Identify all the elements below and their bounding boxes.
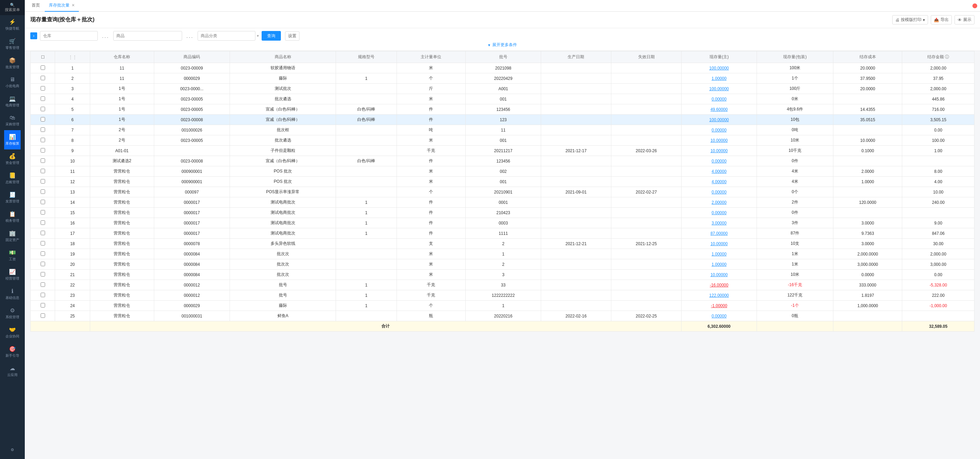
row-checkbox-14[interactable] <box>41 210 45 215</box>
row-qty-pkg-22: 122千克 <box>757 290 833 301</box>
filter-expand[interactable]: ▾ 展开更多条件 <box>488 42 517 48</box>
row-checkbox-4[interactable] <box>41 107 45 111</box>
sidebar-item-10[interactable]: 📋税务管理 <box>4 207 21 226</box>
row-checkbox-6[interactable] <box>41 128 45 132</box>
row-checkbox-7[interactable] <box>41 138 45 142</box>
sidebar-item-12[interactable]: 💵工资 <box>4 246 21 265</box>
row-checkbox-16[interactable] <box>41 231 45 235</box>
filter-chevron-btn[interactable]: › <box>30 32 37 39</box>
row-check-15[interactable] <box>31 218 55 228</box>
category-input[interactable] <box>197 31 255 41</box>
row-checkbox-1[interactable] <box>41 76 45 80</box>
sidebar-label-7: 资金管理 <box>5 161 19 165</box>
sidebar-item-18[interactable]: ☁云应用 <box>4 362 21 381</box>
row-checkbox-13[interactable] <box>41 200 45 204</box>
row-check-21[interactable] <box>31 280 55 290</box>
row-check-14[interactable] <box>31 208 55 218</box>
sidebar-item-settings[interactable]: ⚙ <box>9 444 16 456</box>
row-check-8[interactable] <box>31 146 55 156</box>
row-checkbox-9[interactable] <box>41 158 45 163</box>
search-btn[interactable]: 查询 <box>262 31 281 41</box>
row-exp-24: 2022-02-25 <box>611 311 681 321</box>
row-qty-main-23: -1.00000 <box>682 301 757 311</box>
row-check-9[interactable] <box>31 156 55 166</box>
window-close-btn[interactable] <box>972 3 977 8</box>
settings-filter-btn[interactable]: 设置 <box>285 31 299 41</box>
sidebar-item-6[interactable]: 📊库存核算 <box>4 130 21 150</box>
row-cost-1: 37.9500 <box>834 73 902 84</box>
sidebar-item-7[interactable]: 💰资金管理 <box>4 150 21 169</box>
row-checkbox-20[interactable] <box>41 272 45 276</box>
row-check-22[interactable] <box>31 290 55 301</box>
row-checkbox-12[interactable] <box>41 190 45 194</box>
sidebar-item-8[interactable]: 📒总账管理 <box>4 169 21 188</box>
sidebar-item-9[interactable]: 🧾发票管理 <box>4 188 21 207</box>
row-check-3[interactable] <box>31 94 55 104</box>
row-check-7[interactable] <box>31 135 55 146</box>
print-btn[interactable]: 🖨 按模版打印 ▾ <box>892 15 928 24</box>
sidebar-item-1[interactable]: 🛒零售管理 <box>4 34 21 54</box>
display-btn[interactable]: 👁 展示 <box>955 15 975 24</box>
row-check-19[interactable] <box>31 259 55 269</box>
row-check-20[interactable] <box>31 269 55 280</box>
row-warehouse-13: 营营粒仓 <box>90 197 154 208</box>
col-header-8: 生产日期 <box>541 51 611 63</box>
row-code-18: 0000084 <box>154 249 230 259</box>
sidebar-item-15[interactable]: ⚙系统管理 <box>4 304 21 323</box>
export-btn[interactable]: 📤 导出 <box>931 15 952 24</box>
row-check-12[interactable] <box>31 187 55 197</box>
sidebar-item-14[interactable]: ℹ基础信息 <box>4 284 21 304</box>
row-checkbox-10[interactable] <box>41 169 45 173</box>
warehouse-input[interactable] <box>40 31 98 41</box>
row-check-11[interactable] <box>31 177 55 187</box>
row-checkbox-23[interactable] <box>41 303 45 308</box>
row-checkbox-17[interactable] <box>41 241 45 245</box>
row-check-16[interactable] <box>31 228 55 239</box>
sidebar-item-13[interactable]: 📈经营管理 <box>4 265 21 284</box>
sidebar-item-0[interactable]: ⚡快捷导航 <box>4 15 21 34</box>
row-check-5[interactable] <box>31 115 55 125</box>
row-check-13[interactable] <box>31 197 55 208</box>
goods-input[interactable] <box>113 31 182 41</box>
export-label: 导出 <box>940 17 949 23</box>
sidebar-item-2[interactable]: 📦批发管理 <box>4 54 21 73</box>
row-check-6[interactable] <box>31 125 55 135</box>
row-check-2[interactable] <box>31 84 55 94</box>
row-check-23[interactable] <box>31 301 55 311</box>
row-checkbox-19[interactable] <box>41 262 45 266</box>
sidebar-search[interactable]: 🔍 搜索菜单 <box>0 0 25 15</box>
row-check-4[interactable] <box>31 104 55 115</box>
row-checkbox-8[interactable] <box>41 148 45 153</box>
row-checkbox-3[interactable] <box>41 96 45 101</box>
row-checkbox-21[interactable] <box>41 282 45 287</box>
sidebar-item-4[interactable]: 💻电商管理 <box>4 92 21 111</box>
sidebar-item-11[interactable]: 🏢固定资产 <box>4 226 21 246</box>
row-name-6: 批次框 <box>230 125 336 135</box>
row-checkbox-11[interactable] <box>41 179 45 183</box>
sidebar-label-2: 批发管理 <box>5 65 19 70</box>
sidebar-item-16[interactable]: 🤝企业协同 <box>4 323 21 342</box>
row-checkbox-0[interactable] <box>41 65 45 70</box>
row-check-10[interactable] <box>31 166 55 177</box>
row-check-1[interactable] <box>31 73 55 84</box>
row-check-0[interactable] <box>31 63 55 73</box>
row-check-17[interactable] <box>31 239 55 249</box>
row-checkbox-24[interactable] <box>41 313 45 318</box>
checkbox-all[interactable]: ☐ <box>41 55 45 60</box>
nav-tab-1[interactable]: 库存批次量✕ <box>45 0 79 12</box>
row-exp-22 <box>611 290 681 301</box>
row-check-18[interactable] <box>31 249 55 259</box>
sidebar-item-3[interactable]: 🖥小批电商 <box>4 73 21 92</box>
sidebar-item-5[interactable]: 🛍采购管理 <box>4 111 21 130</box>
row-prod-14 <box>541 208 611 218</box>
row-checkbox-22[interactable] <box>41 293 45 297</box>
row-checkbox-18[interactable] <box>41 251 45 256</box>
row-qty-main-6: 0.00000 <box>682 125 757 135</box>
nav-tab-close-1[interactable]: ✕ <box>72 3 75 8</box>
row-check-24[interactable] <box>31 311 55 321</box>
row-checkbox-5[interactable] <box>41 117 45 121</box>
row-checkbox-2[interactable] <box>41 86 45 91</box>
sidebar-item-17[interactable]: 🎯新手引导 <box>4 342 21 362</box>
row-checkbox-15[interactable] <box>41 220 45 225</box>
nav-tab-0[interactable]: 首页 <box>27 0 44 12</box>
